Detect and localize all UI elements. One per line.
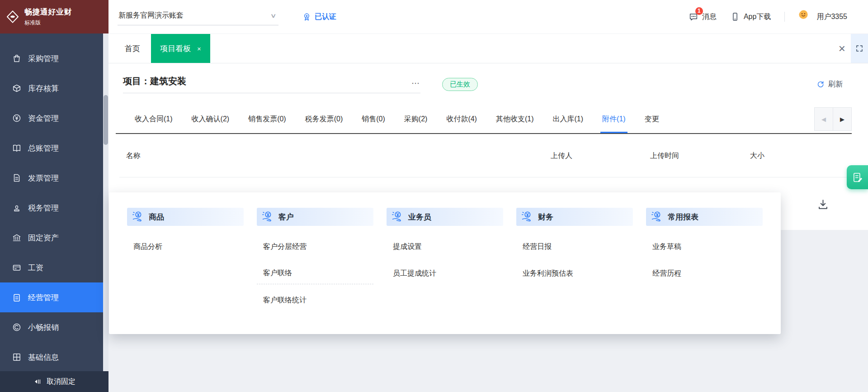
menu-item-customer-contact[interactable]: 客户联络	[257, 263, 373, 284]
user-menu[interactable]: 用户3355	[798, 10, 847, 24]
menu-item-business-history[interactable]: 经营历程	[646, 263, 763, 284]
tab-close-icon[interactable]: ×	[197, 45, 201, 53]
header-actions: 1 消息 App下载 用户3355	[689, 10, 847, 24]
menu-item-customer-contact-stats[interactable]: 客户联络统计	[257, 289, 373, 311]
messages-label: 消息	[702, 12, 717, 22]
close-panel-icon[interactable]: ×	[833, 43, 851, 54]
refresh-label: 刷新	[828, 80, 843, 89]
tab-home[interactable]: 首页	[114, 34, 151, 63]
brand-name: 畅捷通好业财	[24, 7, 72, 17]
salary-card-icon	[12, 263, 22, 272]
sidebar-item-label: 发票管理	[28, 173, 59, 183]
invoice-icon	[12, 173, 22, 183]
medal-icon	[302, 12, 311, 22]
sidebar: 畅捷通好业财 标准版 销售管理 采购管理 库存核算 资金管理 总账管理 发票管理…	[0, 0, 108, 392]
menu-col-finance: 财务 经营日报 业务利润预估表	[516, 208, 633, 334]
menu-col-salesman-header: 业务员	[387, 208, 503, 226]
sidebar-item-reimburse[interactable]: 小畅报销	[0, 312, 103, 342]
app-download-button[interactable]: App下载	[730, 12, 771, 22]
section-tab-changes[interactable]: 变更	[645, 105, 659, 133]
messages-button[interactable]: 1 消息	[689, 12, 717, 22]
section-tab-income-confirm[interactable]: 收入确认(2)	[192, 105, 230, 133]
funds-coin-icon	[12, 113, 22, 123]
sidebar-item-basic-info[interactable]: 基础信息	[0, 342, 103, 371]
sidebar-item-tax[interactable]: 税务管理	[0, 193, 103, 223]
menu-item-profit-forecast[interactable]: 业务利润预估表	[516, 263, 633, 284]
ledger-book-icon	[12, 143, 22, 153]
avatar	[798, 10, 813, 24]
refresh-icon	[816, 80, 825, 88]
sidebar-item-label: 经营管理	[28, 292, 59, 303]
menu-col-goods-header: 商品	[127, 208, 244, 226]
sidebar-item-label: 资金管理	[28, 113, 59, 124]
project-label: 项目：	[123, 76, 150, 86]
tab-strip: 首页 项目看板 × ×	[108, 33, 868, 63]
section-tab-in-out-warehouse[interactable]: 出入库(1)	[553, 105, 584, 133]
sidebar-item-fixed-assets[interactable]: 固定资产	[0, 223, 103, 253]
sidebar-item-label: 销售管理	[28, 33, 59, 34]
attachment-table-header: 名称 上传人 上传时间 大小	[119, 134, 855, 177]
sidebar-item-invoice[interactable]: 发票管理	[0, 163, 103, 193]
message-bubble-icon: 1	[689, 12, 698, 22]
section-tab-other-income-expense[interactable]: 其他收支(1)	[496, 105, 534, 133]
section-tab-purchase[interactable]: 采购(2)	[404, 105, 428, 133]
menu-item-business-draft[interactable]: 业务草稿	[646, 236, 763, 258]
fullscreen-button[interactable]	[851, 34, 868, 63]
sidebar-item-label: 税务管理	[28, 203, 59, 213]
menu-col-salesman: 业务员 提成设置 员工提成统计	[387, 208, 503, 334]
sidebar-item-funds[interactable]: 资金管理	[0, 103, 103, 133]
unpin-sidebar-button[interactable]: 取消固定	[0, 371, 108, 392]
sidebar-item-label: 基础信息	[28, 352, 59, 363]
sidebar-item-label: 固定资产	[28, 233, 59, 243]
sidebar-scrollbar-thumb[interactable]	[104, 95, 108, 145]
sidebar-scrollbar[interactable]	[103, 33, 108, 371]
download-icon-button[interactable]	[817, 198, 829, 210]
account-set-dropdown[interactable]: 新服务官网演示账套 ∨	[118, 8, 278, 25]
sidebar-item-sales[interactable]: 销售管理	[0, 33, 103, 43]
more-actions-button[interactable]: ⋯	[411, 79, 420, 87]
tab-strip-actions: ×	[833, 34, 868, 63]
sidebar-item-label: 库存核算	[28, 83, 59, 94]
tab-project-board[interactable]: 项目看板 ×	[151, 34, 210, 63]
sidebar-item-purchase[interactable]: 采购管理	[0, 43, 103, 73]
scroll-left-button[interactable]: ◀	[814, 107, 833, 131]
col-uploader-header: 上传人	[551, 151, 572, 160]
menu-item-customer-tier[interactable]: 客户分层经营	[257, 236, 373, 258]
app-download-label: App下载	[744, 12, 771, 22]
fullscreen-icon	[855, 44, 863, 53]
section-tabs: 行 收入合同(1) 收入确认(2) 销售发票(0) 税务发票(0) 销售(0) …	[116, 105, 811, 133]
scroll-right-button[interactable]: ▶	[833, 107, 852, 131]
phone-icon	[730, 12, 740, 22]
section-tab-sales[interactable]: 销售(0)	[362, 105, 385, 133]
section-tabs-row: 行 收入合同(1) 收入确认(2) 销售发票(0) 税务发票(0) 销售(0) …	[116, 105, 852, 134]
tax-stamp-icon	[12, 203, 22, 213]
section-tab-tax-invoice[interactable]: 税务发票(0)	[305, 105, 343, 133]
brand-logo: 畅捷通好业财 标准版	[0, 0, 108, 33]
quick-form-float-button[interactable]	[847, 165, 868, 189]
brand-edition: 标准版	[24, 19, 72, 27]
hand-coin-icon	[390, 210, 404, 224]
hand-coin-icon	[650, 210, 663, 224]
section-tab-attachments[interactable]: 附件(1)	[602, 105, 626, 133]
menu-item-daily-report[interactable]: 经营日报	[516, 236, 633, 258]
section-tab-payments[interactable]: 收付款(4)	[446, 105, 477, 133]
sidebar-item-general-ledger[interactable]: 总账管理	[0, 133, 103, 163]
sidebar-item-label: 总账管理	[28, 143, 59, 153]
col-upload-time-header: 上传时间	[650, 151, 679, 160]
sidebar-item-label: 采购管理	[28, 53, 59, 64]
menu-item-goods-analysis[interactable]: 商品分析	[127, 236, 244, 258]
refresh-button[interactable]: 刷新	[816, 80, 843, 89]
chevron-down-icon: ∨	[270, 12, 277, 19]
section-tab-income-contract[interactable]: 收入合同(1)	[135, 105, 173, 133]
certified-badge[interactable]: 已认证	[302, 12, 336, 22]
sidebar-item-payroll[interactable]: 工资	[0, 253, 103, 282]
menu-item-employee-commission-stats[interactable]: 员工提成统计	[387, 263, 503, 284]
sidebar-item-business-mgmt[interactable]: 经营管理	[0, 282, 103, 312]
unpin-label: 取消固定	[47, 377, 75, 387]
header-divider	[784, 12, 785, 22]
section-tab-sales-invoice[interactable]: 销售发票(0)	[248, 105, 286, 133]
sidebar-item-inventory[interactable]: 库存核算	[0, 73, 103, 103]
top-header: 新服务官网演示账套 ∨ 已认证 1 消息 App下载 用户3355	[108, 0, 868, 33]
main-area: 新服务官网演示账套 ∨ 已认证 1 消息 App下载 用户3355	[108, 0, 868, 392]
menu-item-commission-settings[interactable]: 提成设置	[387, 236, 503, 258]
